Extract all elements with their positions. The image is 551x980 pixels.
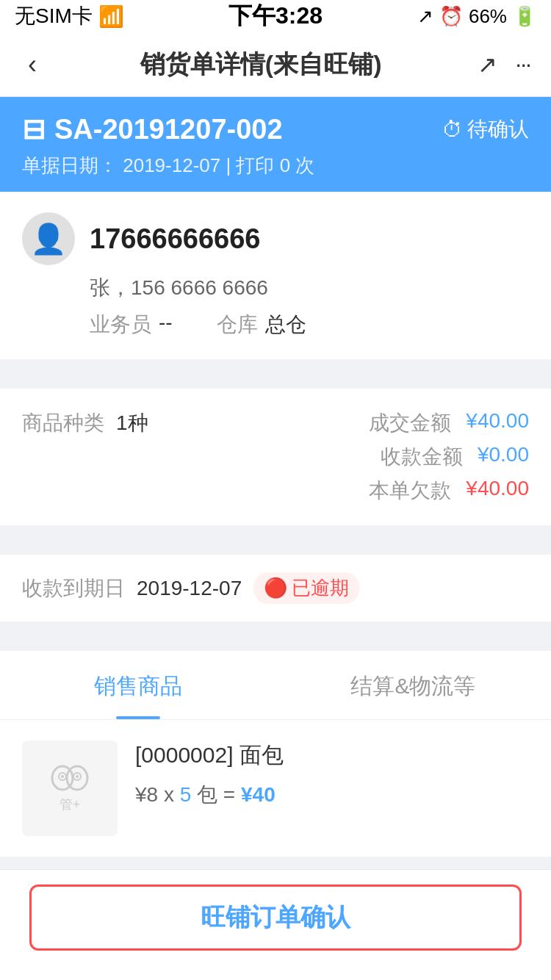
status-right: ↗ ⏰ 66% 🔋 — [417, 5, 536, 28]
summary-left: 商品种类 1种 — [22, 409, 148, 437]
tab-settlement-label: 结算&物流等 — [350, 674, 475, 698]
owed-amount-value: ¥40.00 — [466, 477, 529, 505]
warehouse-value: 总仓 — [265, 311, 306, 339]
transaction-amount-label: 成交金额 — [369, 409, 451, 437]
price-per-unit: ¥8 — [135, 783, 158, 806]
product-info: [0000002] 面包 ¥8 x 5 包 = ¥40 — [135, 741, 529, 809]
svg-point-4 — [61, 775, 64, 778]
order-summary: 商品种类 1种 成交金额 ¥40.00 收款金额 ¥0.00 本单欠款 ¥40.… — [0, 389, 551, 525]
overdue-icon: 🔴 — [264, 577, 287, 599]
order-id-icon: ⊟ — [22, 113, 46, 145]
order-header-top: ⊟ SA-20191207-002 ⏱ 待确认 — [22, 113, 529, 145]
salesperson-label: 业务员 — [90, 311, 151, 339]
product-quantity: 5 — [180, 783, 192, 806]
tab-products-label: 销售商品 — [94, 674, 182, 698]
summary-right: 成交金额 ¥40.00 收款金额 ¥0.00 本单欠款 ¥40.00 — [369, 409, 529, 505]
due-date-value: 2019-12-07 — [137, 577, 242, 600]
order-date: 单据日期： 2019-12-07 | 打印 0 次 — [22, 153, 529, 179]
product-types-label: 商品种类 — [22, 409, 104, 437]
divider-3 — [0, 636, 551, 651]
page-title: 销货单详情(来自旺铺) — [44, 48, 478, 82]
confirm-button[interactable]: 旺铺订单确认 — [29, 884, 522, 951]
nav-bar: ‹ 销货单详情(来自旺铺) ↗ ··· — [0, 32, 551, 97]
divider-1 — [0, 374, 551, 389]
product-name: [0000002] 面包 — [135, 741, 529, 771]
received-amount-label: 收款金额 — [381, 443, 463, 471]
product-unit: 包 — [197, 783, 217, 806]
price-multiply: x — [164, 783, 180, 806]
overdue-text: 已逾期 — [292, 575, 349, 601]
salesperson-item: 业务员 -- — [90, 311, 173, 339]
tabs-header: 销售商品 结算&物流等 — [0, 651, 551, 720]
product-types-value: 1种 — [116, 409, 148, 437]
avatar-icon: 👤 — [30, 222, 67, 256]
status-text: 待确认 — [467, 115, 529, 143]
product-name-text: 面包 — [240, 743, 284, 767]
customer-meta: 业务员 -- 仓库 总仓 — [22, 311, 529, 339]
customer-info: 👤 17666666666 张，156 6666 6666 业务员 -- 仓库 … — [0, 192, 551, 359]
status-time: 下午3:28 — [228, 0, 323, 32]
owl-logo-icon — [48, 763, 92, 793]
transaction-amount-value: ¥40.00 — [466, 409, 529, 437]
location-icon: ↗ — [417, 5, 433, 28]
battery-icon: 🔋 — [513, 5, 536, 28]
status-left: 无SIM卡 📶 — [15, 2, 124, 30]
due-date-label: 收款到期日 — [22, 574, 125, 602]
warehouse-item: 仓库 总仓 — [217, 311, 306, 339]
table-row: 管+ [0000002] 面包 ¥8 x 5 包 = ¥40 — [0, 720, 551, 857]
order-id-text: SA-20191207-002 — [54, 114, 283, 145]
order-print-info: | 打印 0 次 — [226, 154, 314, 176]
battery-text: 66% — [469, 5, 507, 28]
carrier-text: 无SIM卡 — [15, 2, 93, 30]
tabs-section: 销售商品 结算&物流等 管+ — [0, 651, 551, 857]
product-code: [0000002] — [135, 743, 233, 767]
product-total: ¥40 — [241, 783, 276, 806]
bottom-bar: 旺铺订单确认 — [0, 869, 551, 980]
product-thumb-inner: 管+ — [48, 763, 92, 813]
order-date-label: 单据日期： — [22, 154, 118, 176]
order-date-value: 2019-12-07 — [123, 154, 220, 176]
avatar: 👤 — [22, 212, 75, 265]
wifi-icon: 📶 — [98, 4, 124, 29]
alarm-icon: ⏰ — [439, 5, 463, 28]
received-amount-value: ¥0.00 — [478, 443, 529, 471]
nav-actions: ↗ ··· — [478, 51, 530, 79]
owed-amount-row: 本单欠款 ¥40.00 — [369, 477, 529, 505]
order-header: ⊟ SA-20191207-002 ⏱ 待确认 单据日期： 2019-12-07… — [0, 97, 551, 192]
customer-phone: 17666666666 — [90, 223, 260, 255]
status-bar: 无SIM卡 📶 下午3:28 ↗ ⏰ 66% 🔋 — [0, 0, 551, 32]
product-thumbnail: 管+ — [22, 741, 118, 836]
back-button[interactable]: ‹ — [21, 42, 44, 87]
share-button[interactable]: ↗ — [478, 51, 497, 79]
overdue-badge: 🔴 已逾期 — [253, 572, 359, 604]
price-equals: = — [223, 783, 241, 806]
status-clock-icon: ⏱ — [442, 118, 463, 142]
product-price: ¥8 x 5 包 = ¥40 — [135, 781, 529, 809]
tab-products[interactable]: 销售商品 — [0, 651, 276, 719]
customer-name: 张，156 6666 6666 — [22, 274, 529, 302]
order-id: ⊟ SA-20191207-002 — [22, 113, 283, 145]
product-list: 管+ [0000002] 面包 ¥8 x 5 包 = ¥40 — [0, 720, 551, 857]
tab-settlement[interactable]: 结算&物流等 — [276, 651, 551, 719]
svg-point-5 — [76, 775, 79, 778]
summary-row: 商品种类 1种 成交金额 ¥40.00 收款金额 ¥0.00 本单欠款 ¥40.… — [22, 409, 529, 505]
received-amount-row: 收款金额 ¥0.00 — [381, 443, 529, 471]
due-date-section: 收款到期日 2019-12-07 🔴 已逾期 — [0, 555, 551, 621]
logo-plus: 管+ — [60, 796, 81, 813]
customer-main-row: 👤 17666666666 — [22, 212, 529, 265]
transaction-amount-row: 成交金额 ¥40.00 — [369, 409, 529, 437]
divider-2 — [0, 540, 551, 555]
salesperson-value: -- — [159, 311, 173, 339]
owed-amount-label: 本单欠款 — [369, 477, 451, 505]
warehouse-label: 仓库 — [217, 311, 258, 339]
more-button[interactable]: ··· — [515, 51, 530, 78]
order-status: ⏱ 待确认 — [442, 115, 529, 143]
